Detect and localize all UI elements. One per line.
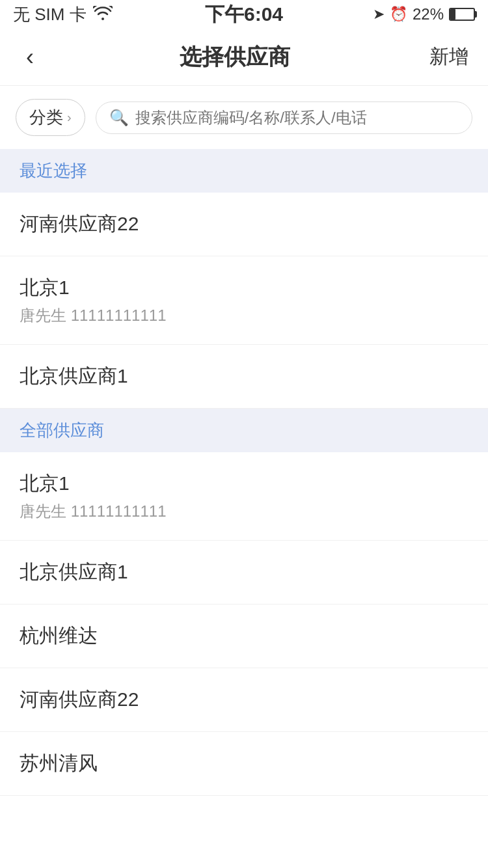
item-name: 河南供应商22 bbox=[20, 686, 468, 713]
list-item[interactable]: 北京1唐先生 11111111111 bbox=[0, 452, 488, 541]
recent-section-label: 最近选择 bbox=[20, 161, 87, 180]
all-items-list: 北京1唐先生 11111111111北京供应商1杭州维达河南供应商22苏州清风 bbox=[0, 452, 488, 796]
category-label: 分类 bbox=[29, 106, 63, 129]
list-item[interactable]: 河南供应商22 bbox=[0, 668, 488, 732]
wifi-icon bbox=[93, 5, 113, 25]
category-button[interactable]: 分类 › bbox=[16, 99, 85, 136]
nav-bar: ‹ 选择供应商 新增 bbox=[0, 29, 488, 86]
all-section-label: 全部供应商 bbox=[20, 420, 104, 440]
search-input[interactable] bbox=[135, 109, 459, 127]
item-name: 北京1 bbox=[20, 275, 468, 301]
page-title: 选择供应商 bbox=[180, 42, 290, 72]
battery-icon bbox=[449, 8, 475, 21]
recent-items-list: 河南供应商22北京1唐先生 11111111111北京供应商1 bbox=[0, 193, 488, 409]
item-name: 杭州维达 bbox=[20, 623, 468, 649]
status-right: ➤ ⏰ 22% bbox=[373, 5, 475, 23]
all-section-header: 全部供应商 bbox=[0, 409, 488, 452]
list-item[interactable]: 苏州清风 bbox=[0, 732, 488, 796]
no-sim-label: 无 SIM 卡 bbox=[13, 3, 87, 26]
search-icon: 🔍 bbox=[109, 109, 129, 127]
item-sub: 唐先生 11111111111 bbox=[20, 501, 468, 522]
item-name: 河南供应商22 bbox=[20, 211, 468, 237]
item-sub: 唐先生 11111111111 bbox=[20, 305, 468, 326]
add-button[interactable]: 新增 bbox=[429, 44, 468, 70]
list-item[interactable]: 北京1唐先生 11111111111 bbox=[0, 256, 488, 345]
recent-section-header: 最近选择 bbox=[0, 149, 488, 193]
item-name: 苏州清风 bbox=[20, 750, 468, 777]
item-name: 北京1 bbox=[20, 470, 468, 497]
list-item[interactable]: 北京供应商1 bbox=[0, 541, 488, 604]
status-bar: 无 SIM 卡 下午6:04 ➤ ⏰ 22% bbox=[0, 0, 488, 29]
list-item[interactable]: 北京供应商1 bbox=[0, 345, 488, 409]
search-input-wrap: 🔍 bbox=[96, 102, 472, 134]
back-button[interactable]: ‹ bbox=[20, 37, 40, 77]
alarm-icon: ⏰ bbox=[390, 6, 407, 23]
chevron-right-icon: › bbox=[67, 110, 72, 125]
list-item[interactable]: 河南供应商22 bbox=[0, 193, 488, 256]
search-bar: 分类 › 🔍 bbox=[0, 86, 488, 149]
battery-label: 22% bbox=[413, 5, 444, 23]
list-item[interactable]: 杭州维达 bbox=[0, 604, 488, 668]
location-icon: ➤ bbox=[373, 6, 385, 23]
item-name: 北京供应商1 bbox=[20, 363, 468, 390]
item-name: 北京供应商1 bbox=[20, 559, 468, 586]
status-left: 无 SIM 卡 bbox=[13, 3, 113, 26]
status-time: 下午6:04 bbox=[205, 1, 283, 28]
